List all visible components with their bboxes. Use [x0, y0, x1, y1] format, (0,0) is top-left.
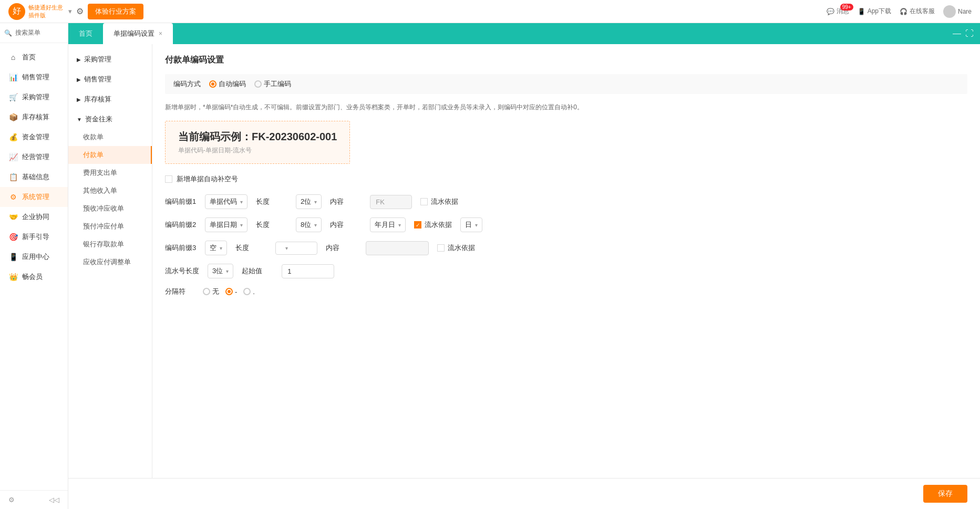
- coding-method-row: 编码方式 自动编码 手工编码: [165, 74, 967, 94]
- online-service-button[interactable]: 🎧 在线客服: [900, 7, 935, 16]
- sidebar-item-member[interactable]: 👑 畅会员: [0, 267, 68, 287]
- secondary-menu: ▶ 采购管理 ▶ 销售管理 ▶ 库存核算: [68, 44, 152, 478]
- sep-dot-text: .: [253, 288, 255, 296]
- menu-item-prepay-offset[interactable]: 预收冲应收单: [68, 200, 152, 217]
- auto-code-radio[interactable]: 自动编码: [209, 79, 246, 89]
- prefix2-row: 编码前缀2 单据日期 ▾ 长度 8位 ▾ 内容 年月日 ▾: [165, 217, 967, 232]
- prefix2-serial-unit-select[interactable]: 日 ▾: [460, 217, 482, 232]
- prefix2-content-caret-icon: ▾: [398, 222, 401, 228]
- menu-group-purchase-title[interactable]: ▶ 采购管理: [68, 50, 152, 68]
- tab-current[interactable]: 单据编码设置 ×: [103, 23, 173, 44]
- prefix2-length-label: 长度: [256, 220, 287, 230]
- menu-group-capital: ▼ 资金往来 收款单 付款单 费用支出单 其他收入单 预收冲应收单 预付冲应付单…: [68, 110, 152, 271]
- sales-icon: 📊: [8, 72, 18, 82]
- sep-dot-radio[interactable]: .: [243, 288, 255, 296]
- sidebar-item-enterprise[interactable]: 🤝 企业协同: [0, 207, 68, 227]
- app-download-button[interactable]: 📱 App下载: [858, 7, 891, 16]
- prefix3-length-select[interactable]: ▾: [275, 242, 317, 255]
- sidebar-item-label: 系统管理: [22, 192, 49, 202]
- prefix2-content-select[interactable]: 年月日 ▾: [370, 217, 406, 232]
- sep-dash-radio[interactable]: -: [225, 288, 237, 296]
- prefix2-select[interactable]: 单据日期 ▾: [205, 217, 247, 232]
- logo-icon: 好: [8, 3, 25, 20]
- sep-none-radio[interactable]: 无: [203, 287, 219, 296]
- page-title: 付款单编码设置: [165, 55, 967, 66]
- logo: 好 畅捷通好生意 插件版: [8, 3, 63, 20]
- manual-code-radio[interactable]: 手工编码: [254, 79, 291, 89]
- tab-home[interactable]: 首页: [68, 23, 103, 44]
- settings-footer-icon[interactable]: ⚙: [8, 496, 15, 504]
- menu-item-prepayment-offset[interactable]: 预付冲应付单: [68, 217, 152, 235]
- chevron-down-icon: ▼: [77, 117, 82, 122]
- page-content: 付款单编码设置 编码方式 自动编码 手工编码: [152, 44, 980, 478]
- inventory-icon: 📦: [8, 112, 18, 122]
- menu-group-sales: ▶ 销售管理: [68, 70, 152, 88]
- prefix2-caret-icon: ▾: [240, 222, 243, 228]
- code-preview-sub: 单据代码-单据日期-流水号: [178, 146, 337, 155]
- sidebar-nav: ⌂ 首页 📊 销售管理 🛒 采购管理 📦 库存核算 💰 资金管理 📈 经营: [0, 43, 68, 490]
- sidebar-item-home[interactable]: ⌂ 首页: [0, 47, 68, 67]
- minimize-icon[interactable]: —: [953, 29, 961, 38]
- sidebar-item-business[interactable]: 📈 经营管理: [0, 147, 68, 167]
- prefix1-row: 编码前缀1 单据代码 ▾ 长度 2位 ▾ 内容 流水依据: [165, 194, 967, 209]
- menu-group-inventory-title[interactable]: ▶ 库存核算: [68, 90, 152, 108]
- prefix1-length-select[interactable]: 2位 ▾: [296, 194, 322, 209]
- prefix1-serial-checkbox[interactable]: [420, 198, 428, 205]
- menu-group-sales-title[interactable]: ▶ 销售管理: [68, 70, 152, 88]
- user-avatar: [943, 5, 956, 18]
- prefix3-length-caret-icon: ▾: [285, 245, 288, 251]
- sidebar-item-inventory[interactable]: 📦 库存核算: [0, 107, 68, 127]
- prefix2-unit-caret-icon: ▾: [475, 222, 478, 228]
- prefix1-content-input[interactable]: [370, 195, 412, 209]
- collapse-icon[interactable]: ◁◁: [49, 496, 59, 504]
- sidebar-search[interactable]: 🔍 搜索菜单: [0, 23, 68, 43]
- auto-code-radio-btn: [209, 80, 216, 88]
- chevron-down-icon[interactable]: ▾: [68, 7, 72, 15]
- coding-method-label: 编码方式: [173, 79, 201, 89]
- sidebar-item-system[interactable]: ⚙ 系统管理: [0, 187, 68, 207]
- code-preview-main: 当前编码示例：FK-20230602-001: [178, 130, 337, 144]
- search-icon: 🔍: [4, 29, 12, 37]
- user-info[interactable]: Nare: [943, 5, 972, 18]
- serial-start-input[interactable]: [282, 264, 334, 278]
- prefix1-content-label: 内容: [330, 197, 362, 206]
- save-button[interactable]: 保存: [923, 485, 967, 503]
- tab-close-icon[interactable]: ×: [159, 30, 162, 37]
- menu-item-other-income[interactable]: 其他收入单: [68, 182, 152, 200]
- settings-icon[interactable]: ⚙: [76, 6, 84, 16]
- menu-item-adjustment[interactable]: 应收应付调整单: [68, 253, 152, 271]
- chevron-right-icon: ▶: [77, 97, 81, 102]
- sidebar-item-apps[interactable]: 📱 应用中心: [0, 247, 68, 267]
- menu-item-expense[interactable]: 费用支出单: [68, 164, 152, 182]
- sidebar-item-label: 资金管理: [22, 132, 49, 142]
- menu-item-payment[interactable]: 付款单: [68, 146, 152, 164]
- prefix1-caret-icon: ▾: [240, 199, 243, 205]
- sidebar-item-purchase[interactable]: 🛒 采购管理: [0, 87, 68, 107]
- menu-item-bank-deposit[interactable]: 银行存取款单: [68, 235, 152, 253]
- code-preview: 当前编码示例：FK-20230602-001 单据代码-单据日期-流水号: [165, 121, 350, 164]
- menu-group-capital-title[interactable]: ▼ 资金往来: [68, 110, 152, 128]
- auto-fill-checkbox[interactable]: [165, 175, 172, 183]
- message-button[interactable]: 💬 消息 99+: [827, 7, 849, 16]
- member-icon: 👑: [8, 272, 18, 282]
- prefix3-serial-checkbox[interactable]: [437, 244, 445, 252]
- prefix1-select[interactable]: 单据代码 ▾: [205, 194, 247, 209]
- prefix2-length-select[interactable]: 8位 ▾: [296, 217, 322, 232]
- manual-code-radio-btn: [254, 80, 262, 88]
- prefix3-select[interactable]: 空 ▾: [205, 241, 227, 255]
- prefix2-serial-checkbox[interactable]: ✓: [414, 221, 421, 228]
- menu-group-purchase: ▶ 采购管理: [68, 50, 152, 68]
- expand-icon[interactable]: ⛶: [965, 29, 974, 38]
- sidebar-item-basic[interactable]: 📋 基础信息: [0, 167, 68, 187]
- menu-item-receipt[interactable]: 收款单: [68, 128, 152, 146]
- prefix3-content-input[interactable]: [366, 241, 429, 255]
- sidebar-item-guide[interactable]: 🎯 新手引导: [0, 227, 68, 247]
- experience-button[interactable]: 体验行业方案: [88, 4, 143, 19]
- serial-length-select[interactable]: 3位 ▾: [208, 264, 233, 278]
- guide-icon: 🎯: [8, 232, 18, 242]
- sidebar-item-sales[interactable]: 📊 销售管理: [0, 67, 68, 87]
- top-bar-left: 好 畅捷通好生意 插件版 ▾ ⚙ 体验行业方案: [8, 3, 143, 20]
- purchase-icon: 🛒: [8, 92, 18, 102]
- radio-group: 自动编码 手工编码: [209, 79, 291, 89]
- sidebar-item-finance[interactable]: 💰 资金管理: [0, 127, 68, 147]
